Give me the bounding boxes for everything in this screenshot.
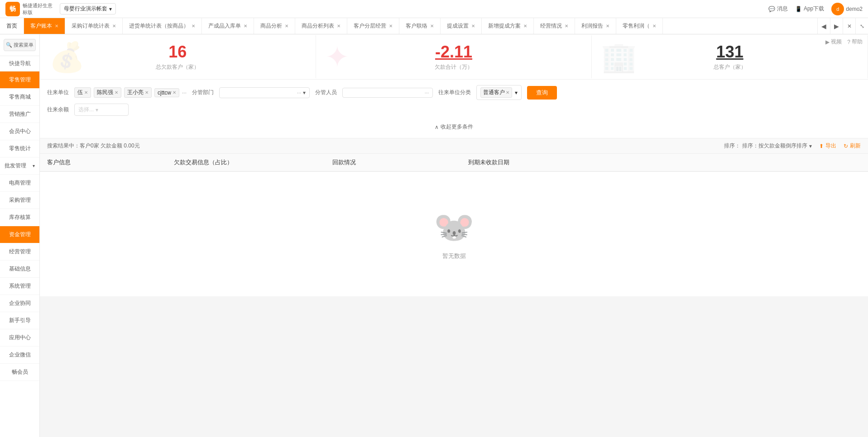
- refresh-icon: ↻: [844, 143, 848, 149]
- close-tag-unit-1[interactable]: ✕: [84, 90, 88, 95]
- top-right-area: 💬 消息 📱 App下载 d demo2: [768, 3, 863, 15]
- collapse-filters-btn[interactable]: ∧ 收起更多条件: [435, 121, 473, 133]
- sidebar-item-quick-nav[interactable]: 快捷导航: [0, 56, 39, 71]
- nav-close-all-btn[interactable]: ✕: [843, 18, 855, 34]
- filter-unit-tags: 伍 ✕ 陈民强 ✕ 王小亮 ✕ cjttcw ✕ ···: [74, 87, 187, 98]
- sidebar-item-app-center[interactable]: 应用中心: [0, 329, 39, 347]
- sidebar-item-retail-mgmt[interactable]: 零售管理: [0, 71, 39, 89]
- search-menu-btn[interactable]: 🔍 搜索菜单: [4, 39, 36, 51]
- stat-number-total[interactable]: 131: [716, 43, 743, 62]
- enterprise-selector[interactable]: 母婴行业演示帐套 ▾: [60, 3, 116, 14]
- nav-prev-btn[interactable]: ◀: [817, 18, 830, 34]
- tab-stock-stat[interactable]: 进货单统计表（按商品） ✕: [123, 18, 202, 34]
- tab-purchase-order[interactable]: 采购订单统计表 ✕: [65, 18, 123, 34]
- sidebar-item-operation[interactable]: 经营管理: [0, 243, 39, 261]
- sidebar-item-member-center[interactable]: 会员中心: [0, 123, 39, 140]
- close-tab-cost-in[interactable]: ✕: [244, 24, 247, 28]
- empty-icon: 🐭: [434, 208, 475, 247]
- sidebar-item-purchase-mgmt[interactable]: 采购管理: [0, 192, 39, 209]
- sidebar-item-new-guide[interactable]: 新手引导: [0, 312, 39, 329]
- filter-balance-input[interactable]: 选择... ▾: [74, 104, 129, 116]
- export-btn[interactable]: ⬆ 导出: [819, 142, 836, 150]
- tab-customer-layer[interactable]: 客户分层经营 ✕: [347, 18, 399, 34]
- chevron-down-icon-balance: ▾: [96, 107, 98, 113]
- filter-person-select[interactable]: ···: [342, 88, 433, 98]
- tab-retail-profit[interactable]: 零售利润（ ✕: [616, 18, 663, 34]
- tab-new-suggest[interactable]: 新增提成方案 ✕: [482, 18, 534, 34]
- tab-profit-report[interactable]: 利润报告 ✕: [575, 18, 616, 34]
- sidebar-item-enterprise-coop[interactable]: 企业协同: [0, 295, 39, 312]
- avatar: d: [831, 3, 844, 15]
- result-actions: 排序： 排序：按欠款金额倒序排序 ▾ ⬆ 导出 ↻ 刷新: [724, 142, 861, 150]
- video-btn[interactable]: ▶ 视频: [825, 38, 842, 46]
- sort-selector[interactable]: 排序： 排序：按欠款金额倒序排序 ▾: [724, 142, 812, 150]
- nav-expand-btn[interactable]: ⤡: [855, 18, 868, 34]
- filter-dept-select[interactable]: ··· ▾: [219, 87, 310, 98]
- tab-goods-analysis-list[interactable]: 商品分析列表 ✕: [295, 18, 347, 34]
- sidebar-item-member-pro[interactable]: 畅会员: [0, 364, 39, 381]
- filter-tag-unit-3[interactable]: 王小亮 ✕: [124, 87, 152, 98]
- close-tag-unit-4[interactable]: ✕: [173, 90, 176, 95]
- chevron-up-icon: ∧: [435, 124, 439, 130]
- close-tab-suggest-settings[interactable]: ✕: [471, 24, 475, 28]
- stat-number-amount[interactable]: -2.11: [435, 43, 472, 62]
- close-tab-receivable[interactable]: ✕: [55, 24, 58, 28]
- filter-dept-label: 分管部门: [192, 89, 214, 96]
- col-header-0: 客户信息: [47, 158, 174, 166]
- close-tag-unit-3[interactable]: ✕: [145, 90, 149, 95]
- tab-suggest-settings[interactable]: 提成设置 ✕: [441, 18, 482, 34]
- close-tab-new-suggest[interactable]: ✕: [523, 24, 527, 28]
- close-tab-biz-status[interactable]: ✕: [565, 24, 568, 28]
- tab-biz-status[interactable]: 经营情况 ✕: [534, 18, 575, 34]
- filter-category-select[interactable]: 普通客户 ✕ ▾: [476, 85, 522, 100]
- refresh-btn[interactable]: ↻ 刷新: [844, 142, 861, 150]
- sidebar-item-finance[interactable]: 资金管理: [0, 226, 39, 243]
- sidebar-item-retail-stats[interactable]: 零售统计: [0, 140, 39, 157]
- close-tab-profit-report[interactable]: ✕: [606, 24, 609, 28]
- category-tag: 普通客户 ✕: [480, 87, 512, 98]
- close-category-tag[interactable]: ✕: [506, 90, 509, 95]
- app-icon: 📱: [795, 6, 802, 12]
- close-tab-customer-contact[interactable]: ✕: [430, 24, 434, 28]
- close-tab-goods-analysis-list[interactable]: ✕: [337, 24, 340, 28]
- filter-tag-unit-1[interactable]: 伍 ✕: [74, 87, 91, 98]
- filter-tag-unit-2[interactable]: 陈民强 ✕: [94, 87, 121, 98]
- help-icon: ?: [847, 39, 850, 45]
- nav-arrows: ◀ ▶ ✕ ⤡: [817, 18, 868, 34]
- filter-more-units[interactable]: ···: [182, 90, 187, 96]
- tab-home[interactable]: 首页: [0, 18, 24, 34]
- sidebar-item-system-mgmt[interactable]: 系统管理: [0, 278, 39, 295]
- app-download-btn[interactable]: 📱 App下载: [795, 5, 824, 13]
- sidebar-item-inventory[interactable]: 库存核算: [0, 209, 39, 226]
- sidebar-item-retail-mall[interactable]: 零售商城: [0, 89, 39, 106]
- close-tab-stock-stat[interactable]: ✕: [192, 24, 195, 28]
- close-tab-purchase-order[interactable]: ✕: [112, 24, 116, 28]
- tab-cost-in[interactable]: 产成品入库单 ✕: [202, 18, 254, 34]
- help-btn[interactable]: ? 帮助: [847, 38, 863, 46]
- sidebar-item-basic-info[interactable]: 基础信息: [0, 261, 39, 278]
- video-icon: ▶: [825, 39, 830, 45]
- message-icon: 💬: [768, 6, 775, 12]
- sidebar-item-batch-mgmt[interactable]: 批发管理 ▾: [0, 157, 39, 175]
- empty-text: 暂无数据: [442, 252, 466, 260]
- nav-tabs: 首页 客户账本 ✕ 采购订单统计表 ✕ 进货单统计表（按商品） ✕ 产成品入库单…: [0, 18, 868, 34]
- close-tab-customer-layer[interactable]: ✕: [389, 24, 393, 28]
- query-button[interactable]: 查询: [527, 86, 557, 100]
- sidebar-item-enterprise-wechat[interactable]: 企业微信: [0, 347, 39, 364]
- table-header: 客户信息 欠款交易信息（占比） 回款情况 到期未收款日期: [40, 154, 868, 172]
- message-btn[interactable]: 💬 消息: [768, 5, 788, 13]
- close-tag-unit-2[interactable]: ✕: [115, 90, 118, 95]
- filter-tag-unit-4[interactable]: cjttcw ✕: [154, 88, 179, 97]
- stat-label-amount: 欠款合计（万）: [435, 63, 473, 71]
- tab-goods-analysis[interactable]: 商品分析 ✕: [254, 18, 295, 34]
- main-layout: 🔍 搜索菜单 快捷导航 零售管理 零售商城 营销推广 会员中心 零售统计 批发管…: [0, 34, 868, 437]
- close-tab-goods-analysis[interactable]: ✕: [285, 24, 288, 28]
- tab-receivable[interactable]: 客户账本 ✕: [24, 18, 65, 34]
- tab-customer-contact[interactable]: 客户联络 ✕: [399, 18, 441, 34]
- sidebar: 🔍 搜索菜单 快捷导航 零售管理 零售商城 营销推广 会员中心 零售统计 批发管…: [0, 34, 40, 437]
- sidebar-item-ecommerce[interactable]: 电商管理: [0, 175, 39, 192]
- user-avatar[interactable]: d demo2: [831, 3, 863, 15]
- sidebar-item-marketing[interactable]: 营销推广: [0, 106, 39, 123]
- nav-next-btn[interactable]: ▶: [830, 18, 843, 34]
- close-tab-retail-profit[interactable]: ✕: [652, 24, 656, 28]
